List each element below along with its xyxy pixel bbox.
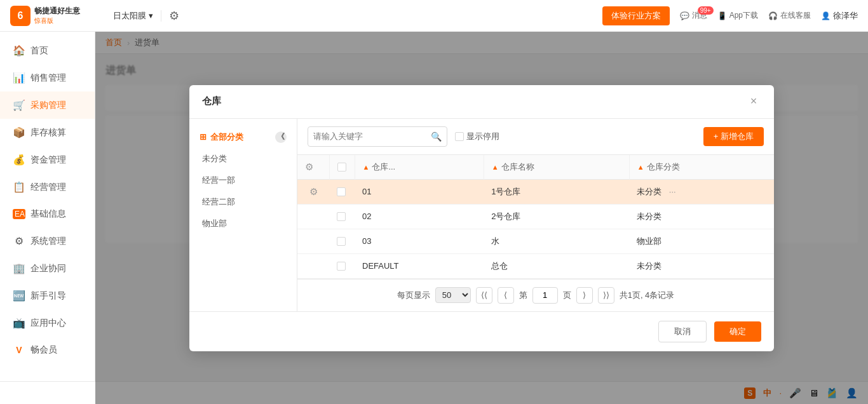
last-page-button[interactable]: ⟩⟩ [598, 287, 614, 304]
row-category-3: 物业部 [629, 229, 774, 253]
home-icon: 🏠 [13, 44, 25, 57]
confirm-button[interactable]: 确定 [714, 321, 761, 342]
row-code-1: 01 [355, 179, 484, 204]
row-settings-1: ⚙ [297, 179, 329, 204]
finance-icon: 💰 [13, 154, 25, 166]
customer-service-btn[interactable]: 🎧 在线客服 [768, 10, 811, 21]
sidebar-item-system[interactable]: ⚙ 系统管理 [0, 227, 95, 255]
modal-body: ⊞ 全部分类 《 未分类 经营一部 经营二部 [189, 119, 774, 311]
category-item-uncategorized[interactable]: 未分类 [189, 148, 297, 170]
sidebar-item-inventory[interactable]: 📦 库存核算 [0, 119, 95, 146]
sidebar-item-purchase[interactable]: 🛒 采购管理 [0, 91, 95, 119]
show-disabled-label[interactable]: 显示停用 [455, 131, 499, 142]
category-all[interactable]: ⊞ 全部分类 《 [189, 126, 297, 148]
page-number-input[interactable] [532, 287, 558, 304]
sidebar-item-member[interactable]: V 畅会员 [0, 337, 95, 363]
row-settings-2 [297, 204, 329, 229]
modal-header: 仓库 × [189, 85, 774, 119]
logo-icon: 6 [10, 6, 31, 26]
sidebar-item-operations[interactable]: 📋 经营管理 [0, 173, 95, 201]
user-avatar[interactable]: 👤 徐泽华 [821, 10, 858, 22]
logo-area: 6 畅捷通好生意 惊喜版 [10, 6, 105, 26]
first-page-button[interactable]: ⟨⟨ [476, 287, 492, 304]
row-category-4: 未分类 [629, 253, 774, 278]
table-panel: 🔍 显示停用 + 新增仓库 [297, 119, 774, 311]
sidebar-item-home[interactable]: 🏠 首页 [0, 37, 95, 64]
header-actions: 体验行业方案 💬 消息 99+ 📱 App下载 🎧 在线客服 👤 徐泽华 [602, 6, 858, 25]
basic-info-icon: EA [13, 209, 25, 219]
row-checkbox-3 [329, 229, 355, 253]
modal-close-button[interactable]: × [746, 94, 761, 109]
table-row[interactable]: 03 水 物业部 [297, 229, 774, 253]
select-all-checkbox[interactable] [337, 163, 346, 172]
table-row[interactable]: ⚙ 01 1号仓库 未分类 ··· [297, 179, 774, 204]
row-name-1: 1号仓库 [484, 179, 629, 204]
row-category-2: 未分类 [629, 204, 774, 229]
row-name-2: 2号仓库 [484, 204, 629, 229]
sidebar: 🏠 首页 📊 销售管理 🛒 采购管理 📦 库存核算 💰 资金管理 📋 经营管理 … [0, 32, 95, 404]
member-icon: V [13, 345, 25, 355]
row-code-2: 02 [355, 204, 484, 229]
row-name-3: 水 [484, 229, 629, 253]
sidebar-item-guide[interactable]: 🆕 新手引导 [0, 282, 95, 309]
show-disabled-checkbox[interactable] [455, 132, 464, 141]
inventory-icon: 📦 [13, 126, 25, 138]
table-head: ⚙ ▲ 仓库... [297, 155, 774, 180]
per-page-select[interactable]: 50 100 200 [435, 287, 471, 303]
column-settings-icon[interactable]: ⚙ [305, 161, 313, 172]
row-category-1: 未分类 ··· [629, 179, 774, 204]
guide-icon: 🆕 [13, 290, 25, 302]
sidebar-item-basic-info[interactable]: EA 基础信息 [0, 201, 95, 227]
modal-title: 仓库 [202, 95, 221, 107]
category-item-ops2[interactable]: 经营二部 [189, 191, 297, 213]
table-row[interactable]: DEFAULT 总仓 未分类 [297, 253, 774, 278]
th-settings: ⚙ [297, 155, 329, 180]
main-layout: 🏠 首页 📊 销售管理 🛒 采购管理 📦 库存核算 💰 资金管理 📋 经营管理 … [0, 32, 868, 404]
pagination-bar: 每页显示 50 100 200 ⟨⟨ ⟨ [297, 279, 774, 311]
sidebar-item-enterprise[interactable]: 🏢 企业协同 [0, 255, 95, 282]
sidebar-item-app-center[interactable]: 📺 应用中心 [0, 309, 95, 337]
add-warehouse-button[interactable]: + 新增仓库 [703, 127, 764, 146]
table-body: ⚙ 01 1号仓库 未分类 ··· [297, 179, 774, 278]
category-panel: ⊞ 全部分类 《 未分类 经营一部 经营二部 [189, 119, 297, 311]
warehouse-modal: 仓库 × ⊞ 全部分类 《 未分类 [189, 85, 774, 351]
settings-btn[interactable]: ⚙ [169, 9, 179, 23]
prev-page-button[interactable]: ⟨ [498, 287, 514, 304]
search-input[interactable] [313, 131, 431, 141]
row-checkbox-4 [329, 253, 355, 278]
row-checkbox-2 [329, 204, 355, 229]
logo-text: 畅捷通好生意 惊喜版 [34, 6, 80, 25]
purchase-icon: 🛒 [13, 99, 25, 111]
category-item-property[interactable]: 物业部 [189, 213, 297, 234]
operations-icon: 📋 [13, 181, 25, 193]
modal-overlay: 仓库 × ⊞ 全部分类 《 未分类 [95, 32, 868, 404]
search-input-wrap: 🔍 [308, 126, 447, 147]
content-area: 首页 › 进货单 进货单 仓库 × ⊞ [95, 32, 868, 404]
row-code-3: 03 [355, 229, 484, 253]
row-code-4: DEFAULT [355, 253, 484, 278]
cancel-button[interactable]: 取消 [658, 321, 707, 342]
trial-button[interactable]: 体验行业方案 [602, 6, 670, 25]
store-selector[interactable]: 日太阳膜 ▾ [105, 10, 161, 22]
category-item-ops1[interactable]: 经营一部 [189, 170, 297, 191]
table-toolbar: 🔍 显示停用 + 新增仓库 [297, 119, 774, 155]
modal-footer: 取消 确定 [189, 311, 774, 351]
app-center-icon: 📺 [13, 317, 25, 329]
enterprise-icon: 🏢 [13, 262, 25, 274]
sales-icon: 📊 [13, 72, 25, 84]
data-table: ⚙ ▲ 仓库... [297, 155, 774, 279]
row-settings-4 [297, 253, 329, 278]
search-icon[interactable]: 🔍 [431, 131, 442, 142]
app-download-btn[interactable]: 📱 App下载 [717, 10, 758, 21]
next-page-button[interactable]: ⟩ [576, 287, 593, 304]
header-icon-group: 💬 消息 99+ 📱 App下载 🎧 在线客服 👤 徐泽华 [680, 10, 858, 22]
message-btn[interactable]: 💬 消息 99+ [680, 10, 707, 21]
row-checkbox-1 [329, 179, 355, 204]
sidebar-item-finance[interactable]: 💰 资金管理 [0, 146, 95, 173]
top-header: 6 畅捷通好生意 惊喜版 日太阳膜 ▾ ⚙ 体验行业方案 💬 消息 99+ 📱 … [0, 0, 868, 32]
warehouse-table: ⚙ ▲ 仓库... [297, 155, 774, 279]
table-row[interactable]: 02 2号仓库 未分类 [297, 204, 774, 229]
row-name-4: 总仓 [484, 253, 629, 278]
collapse-button[interactable]: 《 [275, 131, 287, 143]
sidebar-item-sales[interactable]: 📊 销售管理 [0, 64, 95, 91]
